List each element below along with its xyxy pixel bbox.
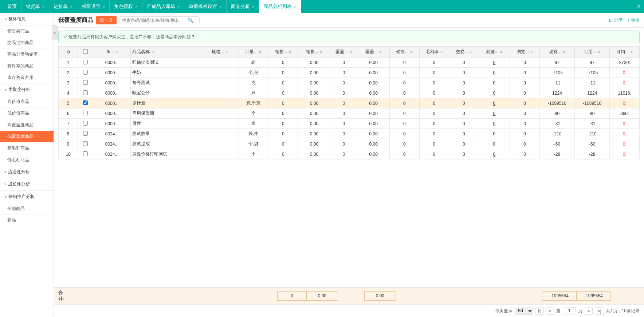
sidebar-section-cluster[interactable]: ∨ 类聚度分析: [0, 84, 54, 96]
col-header-sales-amt[interactable]: 销售... ⇅: [298, 47, 330, 58]
sidebar-item-high-coverage[interactable]: 高覆盖度商品: [0, 119, 54, 131]
row-checkbox[interactable]: [83, 60, 88, 64]
table-row: 9 0024... 测试提成 个,袋 0 0.00 0 0.00 0 0 0 0…: [59, 139, 640, 149]
nav-tab-roles[interactable]: 角色授权 ×: [110, 0, 142, 13]
row-checkbox-cell[interactable]: [78, 98, 93, 108]
sidebar-item-low-value[interactable]: 低价值商品: [0, 108, 54, 119]
export-button[interactable]: ↑ 导出: [627, 17, 640, 23]
row-browse1[interactable]: 0: [479, 139, 510, 149]
sidebar-collapse-button[interactable]: «: [52, 25, 58, 40]
col-header-browse1[interactable]: 浏览... ⇅: [479, 47, 510, 58]
col-header-spec[interactable]: 规格... ⇅: [201, 47, 239, 58]
close-icon[interactable]: ×: [103, 4, 105, 9]
row-spec: [201, 139, 239, 149]
nav-tab-analysis[interactable]: 商品分析 ×: [227, 0, 259, 13]
total-sales-qty: 0: [278, 292, 306, 301]
row-checkbox-cell[interactable]: [78, 58, 93, 68]
row-browse1[interactable]: 0: [479, 98, 510, 108]
sidebar-item-sales-goods[interactable]: 销售类商品: [0, 25, 54, 37]
row-checkbox-cell[interactable]: [78, 88, 93, 98]
sidebar-section-overall[interactable]: ∨ 整体信息: [0, 13, 54, 25]
row-checkbox[interactable]: [83, 141, 88, 146]
col-header-name[interactable]: 商品名称 ⇅: [131, 47, 201, 58]
share-button[interactable]: ⊡ 分享: [609, 17, 623, 23]
row-browse1[interactable]: 0: [479, 108, 510, 119]
nav-tab-purchase[interactable]: 进货单 ×: [49, 0, 77, 13]
row-checkbox-cell[interactable]: [78, 78, 93, 88]
sidebar-item-low-margin[interactable]: 低毛利商品: [0, 154, 54, 166]
time-filter-button[interactable]: 近一月: [96, 16, 117, 24]
col-header-sellable[interactable]: 可销... ⇅: [610, 47, 640, 58]
row-browse1[interactable]: 0: [479, 78, 510, 88]
row-checkbox-cell[interactable]: [78, 129, 93, 139]
sidebar-item-traded-goods[interactable]: 交易过的商品: [0, 37, 54, 49]
col-header-cover2[interactable]: 覆盖... ⇅: [357, 47, 390, 58]
row-browse1[interactable]: 0: [479, 149, 510, 159]
row-checkbox[interactable]: [83, 131, 88, 136]
sidebar-item-stock-funds[interactable]: 库存资金占用: [0, 72, 54, 84]
sidebar-item-low-coverage[interactable]: 低覆盖度商品: [0, 131, 54, 143]
sidebar-item-high-margin[interactable]: 高毛利商品: [0, 143, 54, 154]
row-checkbox[interactable]: [83, 90, 88, 95]
row-browse1[interactable]: 0: [479, 129, 510, 139]
row-checkbox[interactable]: [83, 121, 88, 126]
sidebar-section-marketing[interactable]: ∨ 营销推广分析: [0, 191, 54, 203]
row-checkbox-cell[interactable]: [78, 119, 93, 129]
row-checkbox[interactable]: [83, 70, 88, 75]
row-browse1[interactable]: 0: [479, 119, 510, 129]
row-browse1[interactable]: 0: [479, 68, 510, 78]
col-header-check[interactable]: [78, 47, 93, 58]
row-checkbox-cell[interactable]: [78, 108, 93, 119]
close-icon[interactable]: ×: [42, 4, 44, 9]
row-checkbox-cell[interactable]: [78, 139, 93, 149]
sidebar-item-high-value[interactable]: 高价值商品: [0, 96, 54, 108]
row-checkbox[interactable]: [83, 111, 88, 115]
search-input[interactable]: [122, 18, 188, 23]
close-icon[interactable]: ×: [135, 4, 137, 9]
close-icon[interactable]: ×: [252, 4, 254, 9]
sidebar-section-growth[interactable]: > 成长性分析: [0, 178, 54, 191]
col-header-avail[interactable]: 可用... ⇅: [575, 47, 610, 58]
page-size-select[interactable]: 50 100 200: [515, 307, 533, 315]
col-header-trade[interactable]: 交易... ⇅: [449, 47, 479, 58]
close-all-button[interactable]: ×: [637, 3, 640, 10]
row-checkbox[interactable]: [83, 151, 88, 156]
nav-tab-template[interactable]: 单据模板设置 ×: [184, 0, 226, 13]
sidebar-item-category-turnover[interactable]: 商品分类动销率: [0, 49, 54, 60]
close-icon[interactable]: ×: [219, 4, 221, 9]
nav-tab-production[interactable]: 产成品入库单 ×: [142, 0, 184, 13]
page-number-input[interactable]: [563, 307, 576, 314]
sidebar-item-new-goods[interactable]: 新品: [0, 215, 54, 226]
row-checkbox-cell[interactable]: [78, 149, 93, 159]
close-icon[interactable]: ×: [294, 4, 296, 9]
next-page-button[interactable]: >: [585, 307, 593, 315]
col-header-code[interactable]: 商... ⇅: [93, 47, 131, 58]
nav-tab-permissions[interactable]: 权限设置 ×: [77, 0, 110, 13]
row-checkbox[interactable]: [83, 80, 88, 85]
row-browse1[interactable]: 0: [479, 88, 510, 98]
nav-tab-analysis-list[interactable]: 商品分析列表 ×: [259, 0, 301, 13]
row-checkbox-cell[interactable]: [78, 68, 93, 78]
col-header-browse2[interactable]: 浏览... ⇅: [510, 47, 539, 58]
nav-tab-home[interactable]: 首页: [3, 0, 21, 13]
col-header-gross[interactable]: 毛利率 ⇅: [419, 47, 449, 58]
last-page-button[interactable]: >|: [595, 307, 604, 315]
sidebar-item-stocked-goods[interactable]: 有库存的商品: [0, 60, 54, 72]
prev-page-button[interactable]: <: [546, 307, 554, 315]
close-icon[interactable]: ×: [70, 4, 72, 9]
col-header-sales-qty[interactable]: 销售... ⇅: [268, 47, 298, 58]
row-checkbox[interactable]: [83, 100, 88, 105]
select-all-checkbox[interactable]: [83, 49, 88, 54]
close-icon[interactable]: ×: [177, 4, 180, 9]
col-header-sales2[interactable]: 销售... ⇅: [390, 47, 419, 58]
col-header-settings[interactable]: ⚙: [59, 47, 78, 58]
sidebar-section-flow[interactable]: > 流通性分析: [0, 166, 54, 178]
first-page-button[interactable]: K: [535, 307, 544, 315]
col-header-stock1[interactable]: 现有... ⇅: [539, 47, 574, 58]
nav-tab-sales[interactable]: 销货单 ×: [21, 0, 49, 13]
search-icon[interactable]: 🔍: [188, 17, 193, 23]
col-header-cover1[interactable]: 覆盖... ⇅: [330, 47, 357, 58]
row-browse1[interactable]: 0: [479, 58, 510, 68]
sidebar-item-all-goods[interactable]: 全部商品: [0, 203, 54, 215]
col-header-unit[interactable]: 计量... ⇅: [239, 47, 268, 58]
